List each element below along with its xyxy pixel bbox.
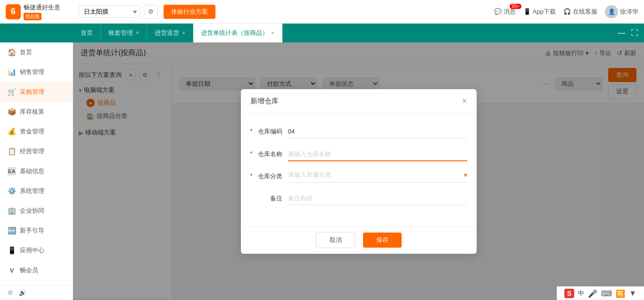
sidebar-app-center-label: 应用中心 — [20, 246, 44, 255]
online-service-label: 在线客服 — [573, 8, 597, 16]
sidebar-system-label: 系统管理 — [20, 187, 44, 195]
tab-purchase-return[interactable]: 进货退货 × — [147, 24, 193, 42]
system-icon: ⚙️ — [8, 187, 16, 195]
main-layout: 🏠 首页 📊 销售管理 🛒 采购管理 📦 库存核算 💰 资金管理 📋 经营管理 … — [0, 42, 644, 300]
purchase-icon: 🛒 — [8, 88, 16, 96]
dialog-body: 仓库编码 仓库名称 仓库分类 — [241, 114, 477, 226]
form-row-remark: 备注 — [250, 192, 467, 205]
app-logo-icon: 6 — [6, 4, 21, 19]
dialog-overlay: 新增仓库 × 仓库编码 仓库名称 — [73, 42, 644, 300]
sidebar-item-enterprise[interactable]: 🏢 企业协同 — [0, 201, 73, 221]
mic-icon[interactable]: 🎤 — [588, 289, 597, 298]
sidebar: 🏠 首页 📊 销售管理 🛒 采购管理 📦 库存核算 💰 资金管理 📋 经营管理 … — [0, 42, 73, 300]
sales-icon: 📊 — [8, 68, 16, 76]
app-center-icon: 📱 — [8, 246, 16, 255]
sidebar-item-guide[interactable]: 🆕 新手引导 — [0, 221, 73, 241]
dialog-title: 新增仓库 — [250, 97, 279, 106]
tab-accounts[interactable]: 账套管理 × — [101, 24, 147, 42]
sidebar-inventory-label: 库存核算 — [20, 108, 44, 116]
sidebar-speaker-icon[interactable]: 🔊 — [19, 289, 26, 296]
sidebar-item-basic[interactable]: EA 基础信息 — [0, 161, 73, 181]
search-area: ▾ ⚙ 体验行业方案 — [79, 5, 494, 19]
sidebar-item-purchase[interactable]: 🛒 采购管理 — [0, 82, 73, 102]
tab-minimize-icon[interactable]: — — [616, 27, 627, 39]
app-download-nav-item[interactable]: 📱 App下载 — [523, 8, 556, 16]
sidebar-sales-label: 销售管理 — [20, 68, 44, 76]
tab-purchase-stat[interactable]: 进货单统计表（按商品） × — [193, 24, 282, 42]
keyboard-icon[interactable]: ⌨ — [601, 289, 612, 298]
warehouse-code-input[interactable] — [288, 125, 467, 138]
tab-purchase-stat-close-icon[interactable]: × — [271, 30, 274, 36]
content-area: 进货单统计(按商品) 🖨 按模板打印 ▾ ↑ 导出 ↺ 刷新 — [73, 42, 644, 300]
message-nav-item[interactable]: 💬 消息 99+ — [494, 8, 516, 16]
online-service-nav-item[interactable]: 🎧 在线客服 — [563, 8, 597, 16]
home-icon: 🏠 — [8, 48, 16, 57]
save-button[interactable]: 保存 — [363, 233, 402, 248]
sidebar-enterprise-label: 企业协同 — [20, 207, 44, 215]
category-dropdown-icon: ▾ — [464, 171, 467, 179]
basic-icon: EA — [8, 167, 16, 175]
sidebar-item-system[interactable]: ⚙️ 系统管理 — [0, 181, 73, 201]
dialog-close-icon[interactable]: × — [462, 97, 467, 105]
top-nav: 6 畅捷通好生意 精品版 ▾ ⚙ 体验行业方案 💬 消息 99+ 📱 App下载… — [0, 0, 644, 24]
tab-purchase-return-close-icon[interactable]: × — [182, 30, 185, 36]
headset-icon: 🎧 — [563, 8, 571, 15]
warehouse-name-input[interactable] — [288, 148, 467, 161]
zh-label: 中 — [578, 289, 584, 298]
guide-icon: 🆕 — [8, 226, 16, 235]
more-icon[interactable]: ▼ — [629, 289, 636, 298]
form-label-name: 仓库名称 — [250, 150, 288, 158]
sidebar-item-operation[interactable]: 📋 经营管理 — [0, 142, 73, 161]
sidebar-operation-label: 经营管理 — [20, 147, 44, 156]
sidebar-item-sales[interactable]: 📊 销售管理 — [0, 62, 73, 82]
sidebar-settings-icon[interactable]: ⚙ — [8, 289, 13, 296]
sidebar-item-member[interactable]: V 畅会员 — [0, 260, 73, 280]
tab-maximize-icon[interactable]: ⛶ — [629, 27, 640, 39]
tab-actions: — ⛶ — [616, 24, 644, 42]
dialog-footer: 取消 保存 — [241, 226, 477, 254]
sidebar-guide-label: 新手引导 — [20, 226, 44, 235]
tab-home[interactable]: 首页 — [73, 24, 101, 42]
sidebar-bottom: ⚙ 🔊 — [0, 285, 73, 300]
tab-accounts-close-icon[interactable]: × — [136, 30, 139, 36]
form-row-name: 仓库名称 — [250, 148, 467, 161]
form-row-category: 仓库分类 请输入所属分类 ▾ — [250, 171, 467, 183]
user-nav-item[interactable]: 👤 徐泽华 — [605, 5, 638, 18]
form-row-code: 仓库编码 — [250, 125, 467, 138]
username-label: 徐泽华 — [620, 8, 638, 16]
logo-name: 畅捷通好生意 — [24, 3, 60, 12]
message-badge: 99+ — [510, 4, 521, 9]
s-logo: S — [564, 289, 574, 298]
message-icon: 💬 — [494, 8, 502, 15]
sidebar-item-inventory[interactable]: 📦 库存核算 — [0, 102, 73, 122]
sidebar-item-finance[interactable]: 💰 资金管理 — [0, 122, 73, 142]
translate-icon[interactable]: 🈶 — [616, 289, 625, 298]
category-placeholder: 请输入所属分类 — [288, 171, 464, 179]
sidebar-item-app-center[interactable]: 📱 应用中心 — [0, 241, 73, 260]
operation-icon: 📋 — [8, 147, 16, 156]
search-input[interactable] — [79, 5, 140, 18]
sidebar-home-label: 首页 — [20, 48, 32, 57]
finance-icon: 💰 — [8, 127, 16, 136]
search-select-wrap[interactable]: ▾ — [79, 5, 140, 18]
inventory-icon: 📦 — [8, 108, 16, 116]
cancel-button[interactable]: 取消 — [316, 232, 355, 248]
remark-input[interactable] — [288, 192, 467, 205]
sidebar-item-home[interactable]: 🏠 首页 — [0, 42, 73, 62]
form-label-code: 仓库编码 — [250, 127, 288, 136]
category-select[interactable]: 请输入所属分类 ▾ — [288, 171, 467, 183]
phone-icon: 📱 — [523, 8, 531, 15]
form-label-remark: 备注 — [250, 194, 288, 203]
try-industry-btn[interactable]: 体验行业方案 — [164, 5, 215, 19]
sidebar-purchase-label: 采购管理 — [20, 88, 44, 96]
settings-gear-btn[interactable]: ⚙ — [144, 5, 158, 19]
sidebar-member-label: 畅会员 — [20, 266, 38, 275]
bottom-bar: S 中 🎤 ⌨ 🈶 ▼ — [557, 286, 644, 300]
enterprise-icon: 🏢 — [8, 207, 16, 215]
nav-right: 💬 消息 99+ 📱 App下载 🎧 在线客服 👤 徐泽华 — [494, 5, 638, 18]
new-warehouse-dialog: 新增仓库 × 仓库编码 仓库名称 — [241, 89, 477, 254]
logo-area: 6 畅捷通好生意 精品版 — [6, 3, 79, 20]
member-icon: V — [8, 266, 16, 275]
sidebar-finance-label: 资金管理 — [20, 127, 44, 136]
app-download-label: App下载 — [533, 8, 556, 16]
